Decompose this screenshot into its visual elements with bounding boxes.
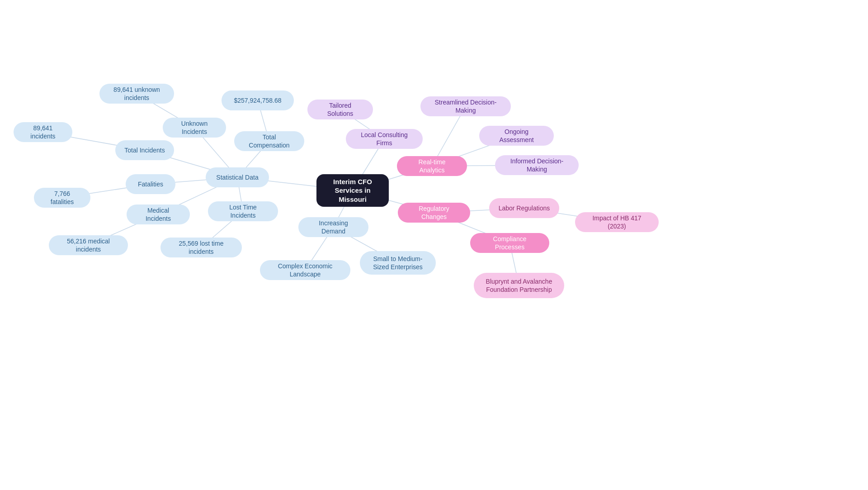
complex-economic-node[interactable]: Complex Economic Landscape <box>260 260 350 280</box>
25569-lost-node[interactable]: 25,569 lost time incidents <box>160 238 242 257</box>
informed-decision-node[interactable]: Informed Decision-Making <box>495 155 579 175</box>
89641-incidents-node[interactable]: 89,641 incidents <box>14 122 72 142</box>
fatalities-node[interactable]: Fatalities <box>126 174 175 194</box>
increasing-demand-node[interactable]: Increasing Demand <box>298 217 368 237</box>
total-compensation-node[interactable]: Total Compensation <box>234 131 304 151</box>
statistical-data-node[interactable]: Statistical Data <box>206 167 269 187</box>
small-medium-node[interactable]: Small to Medium-Sized Enterprises <box>360 251 436 275</box>
ongoing-assessment-node[interactable]: Ongoing Assessment <box>479 126 554 146</box>
mindmap-container: Interim CFO Services in MissouriStatisti… <box>0 0 868 490</box>
streamlined-node[interactable]: Streamlined Decision-Making <box>420 96 511 116</box>
compliance-processes-node[interactable]: Compliance Processes <box>470 233 549 253</box>
7766-fatalities-node[interactable]: 7,766 fatalities <box>34 188 90 208</box>
impact-hb417-node[interactable]: Impact of HB 417 (2023) <box>575 212 659 232</box>
bluprynt-node[interactable]: Bluprynt and Avalanche Foundation Partne… <box>474 273 564 298</box>
medical-incidents-node[interactable]: Medical Incidents <box>127 205 190 224</box>
lost-time-node[interactable]: Lost Time Incidents <box>208 201 278 221</box>
regulatory-changes-node[interactable]: Regulatory Changes <box>398 203 470 223</box>
connections-svg <box>0 0 868 490</box>
257m-node[interactable]: $257,924,758.68 <box>222 90 294 110</box>
56216-medical-node[interactable]: 56,216 medical incidents <box>49 235 128 255</box>
labor-regulations-node[interactable]: Labor Regulations <box>489 198 559 218</box>
real-time-analytics-node[interactable]: Real-time Analytics <box>397 156 467 176</box>
total-incidents-node[interactable]: Total Incidents <box>115 140 174 160</box>
89641-unknown-node[interactable]: 89,641 unknown incidents <box>99 84 174 104</box>
unknown-incidents-node[interactable]: Unknown Incidents <box>163 118 226 138</box>
local-consulting-node[interactable]: Local Consulting Firms <box>346 129 423 149</box>
tailored-solutions-node[interactable]: Tailored Solutions <box>307 100 373 119</box>
center-node[interactable]: Interim CFO Services in Missouri <box>316 174 389 207</box>
